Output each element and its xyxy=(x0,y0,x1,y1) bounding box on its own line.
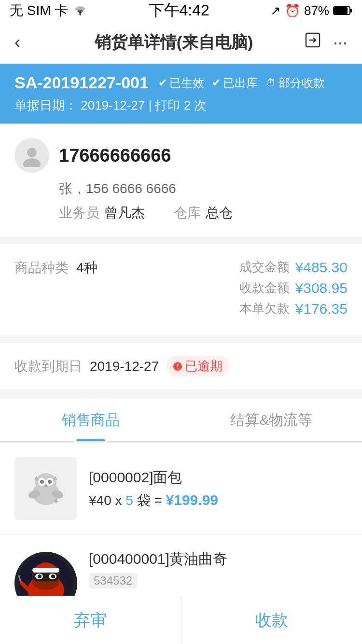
svg-rect-28 xyxy=(32,568,59,573)
product-price-1: ¥40 x 5 袋 = ¥199.99 xyxy=(89,491,348,510)
order-date-info: 单据日期： 2019-12-27 | 打印 2 次 xyxy=(14,97,348,114)
salesperson-value: 曾凡杰 xyxy=(104,204,145,222)
nav-actions: ··· xyxy=(304,31,348,53)
tab-sales-products[interactable]: 销售商品 xyxy=(0,399,181,441)
bottom-action-bar: 弃审 收款 xyxy=(0,596,362,644)
page-title: 销货单详情(来自电脑) xyxy=(95,31,253,54)
badge-partial-collected: ⏱ 部分收款 xyxy=(265,75,325,91)
clock-icon: ⏱ xyxy=(265,77,276,89)
carrier-wifi: 无 SIM 卡 xyxy=(10,1,87,20)
svg-point-27 xyxy=(51,574,55,578)
overdue-text: 已逾期 xyxy=(185,358,223,375)
share-button[interactable] xyxy=(304,31,321,53)
debt-amount-row: 本单欠款 ¥176.35 xyxy=(239,300,348,317)
header-banner: SA-20191227-001 ✔ 已生效 ✔ 已出库 ⏱ 部分收款 单据日期：… xyxy=(0,64,362,124)
product-name-2: [000400001]黄油曲奇 xyxy=(89,549,348,569)
collect-button[interactable]: 收款 xyxy=(181,596,362,644)
salesperson-info: 业务员 曾凡杰 xyxy=(59,204,145,222)
svg-point-0 xyxy=(80,14,81,15)
svg-rect-3 xyxy=(334,7,348,14)
tabs-section: 销售商品 结算&物流等 xyxy=(0,399,362,442)
deal-amount-row: 成交金额 ¥485.30 xyxy=(239,259,348,276)
due-date-section: 收款到期日 2019-12-27 ! 已逾期 xyxy=(0,343,362,389)
check-icon-1: ✔ xyxy=(158,77,167,89)
order-id: SA-20191227-001 xyxy=(14,73,149,92)
product-sku-2: 534532 xyxy=(89,573,137,588)
deal-amount-value: ¥485.30 xyxy=(295,259,348,276)
product-thumbnail-1: + xyxy=(14,457,77,520)
badge-effective: ✔ 已生效 xyxy=(158,75,204,91)
product-total-1: ¥199.99 xyxy=(166,492,218,508)
svg-point-12 xyxy=(48,480,52,484)
carrier-text: 无 SIM 卡 xyxy=(10,1,68,20)
svg-text:+: + xyxy=(54,496,59,506)
overdue-badge: ! 已逾期 xyxy=(167,356,229,377)
category-count: 4种 xyxy=(76,259,97,277)
battery-text: 87% xyxy=(304,3,329,18)
back-button[interactable]: ‹ xyxy=(14,32,43,53)
status-bar: 无 SIM 卡 下午4:42 ↗ ⏰ 87% xyxy=(0,0,362,21)
stats-left: 商品种类 4种 xyxy=(14,259,97,279)
customer-name: 张，156 6666 6666 xyxy=(14,180,348,198)
product-name-1: [0000002]面包 xyxy=(89,468,348,488)
reject-button[interactable]: 弃审 xyxy=(0,596,181,644)
category-row: 商品种类 4种 xyxy=(14,259,97,277)
separator xyxy=(0,391,362,399)
svg-point-6 xyxy=(23,158,41,167)
avatar xyxy=(14,138,49,173)
stats-right: 成交金额 ¥485.30 收款金额 ¥308.95 本单欠款 ¥176.35 xyxy=(239,259,348,321)
nav-bar: ‹ 销货单详情(来自电脑) ··· xyxy=(0,21,362,64)
debt-amount-value: ¥176.35 xyxy=(295,301,348,317)
collected-amount-row: 收款金额 ¥308.95 xyxy=(239,280,348,296)
customer-meta: 业务员 曾凡杰 仓库 总仓 xyxy=(14,204,348,222)
check-icon-2: ✔ xyxy=(212,77,221,89)
warehouse-info: 仓库 总仓 xyxy=(174,204,233,222)
alarm-icon: ⏰ xyxy=(285,3,300,18)
tab-settlement-logistics[interactable]: 结算&物流等 xyxy=(181,399,362,441)
location-icon: ↗ xyxy=(270,3,281,18)
stats-section: 商品种类 4种 成交金额 ¥485.30 收款金额 ¥308.95 本单欠款 ¥… xyxy=(0,244,362,336)
wifi-icon xyxy=(73,5,87,16)
svg-point-26 xyxy=(38,574,42,578)
status-right: ↗ ⏰ 87% xyxy=(270,3,352,18)
tabs: 销售商品 结算&物流等 xyxy=(0,399,362,441)
status-time: 下午4:42 xyxy=(149,0,209,21)
list-item: + [0000002]面包 ¥40 x 5 袋 = ¥199.99 xyxy=(0,443,362,535)
product-qty-1: 5 xyxy=(125,493,133,508)
badge-shipped: ✔ 已出库 xyxy=(212,75,258,91)
svg-point-11 xyxy=(40,480,44,484)
svg-rect-2 xyxy=(350,9,352,13)
collected-amount-value: ¥308.95 xyxy=(295,280,348,296)
product-info-1: [0000002]面包 ¥40 x 5 袋 = ¥199.99 xyxy=(89,468,348,510)
customer-section: 17666666666 张，156 6666 6666 业务员 曾凡杰 仓库 总… xyxy=(0,124,362,237)
due-date-value: 2019-12-27 xyxy=(90,359,159,374)
overdue-icon: ! xyxy=(173,362,182,371)
svg-point-5 xyxy=(27,148,37,157)
warehouse-value: 总仓 xyxy=(206,204,233,222)
customer-id: 17666666666 xyxy=(59,145,171,166)
battery-icon xyxy=(333,6,352,15)
more-button[interactable]: ··· xyxy=(333,32,348,53)
status-badges: ✔ 已生效 ✔ 已出库 ⏱ 部分收款 xyxy=(158,75,325,91)
product-sku-wrapper: 534532 xyxy=(89,573,348,593)
